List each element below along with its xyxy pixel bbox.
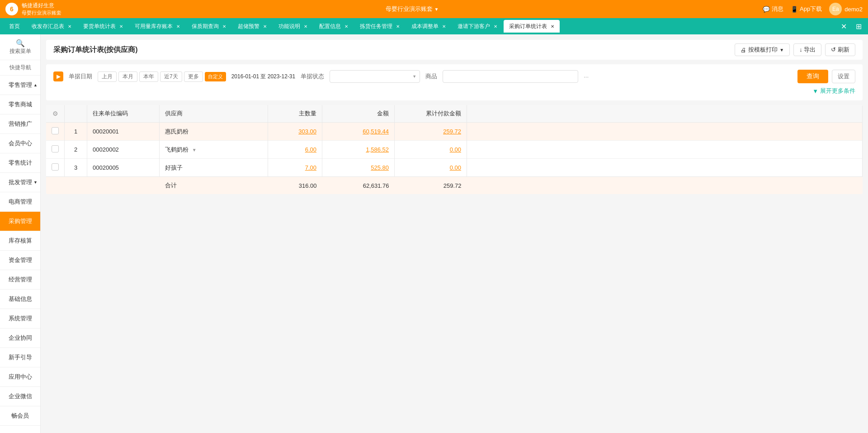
tab-home[interactable]: 首页 bbox=[4, 20, 25, 33]
close-tab-keyongliang[interactable]: ✕ bbox=[176, 24, 180, 29]
sidebar-item-member[interactable]: 会员中心 bbox=[0, 134, 40, 153]
close-tab-peizhi[interactable]: ✕ bbox=[344, 24, 348, 29]
sidebar-item-wechat[interactable]: 企业微信 bbox=[0, 387, 40, 406]
nav-tabs: 首页 收发存汇总表 ✕ 要货单统计表 ✕ 可用量库存账本 ✕ 保质期查询 ✕ 超… bbox=[0, 18, 868, 34]
top-bar: 6 畅捷通好生意 母婴行业演示账套 母婴行业演示账套 ▼ 💬 消息 📱 App下… bbox=[0, 0, 868, 18]
close-tab-caigou[interactable]: ✕ bbox=[551, 24, 554, 29]
print-dropdown-icon: ▼ bbox=[779, 48, 784, 52]
sidebar-item-basic[interactable]: 基础信息 bbox=[0, 290, 40, 309]
goods-more-btn[interactable]: ··· bbox=[584, 73, 589, 80]
date-btn-this-month[interactable]: 本月 bbox=[118, 71, 137, 82]
sidebar-item-retail[interactable]: 零售管理 bbox=[0, 76, 40, 95]
tab-keyongliang[interactable]: 可用量库存账本 ✕ bbox=[129, 20, 185, 33]
tab-gongneng[interactable]: 功能说明 ✕ bbox=[273, 20, 313, 33]
footer-no bbox=[65, 177, 87, 195]
expand-filter-btn[interactable]: ▼ 展开更多条件 bbox=[812, 87, 855, 95]
tab-chaochuyujin[interactable]: 超储预警 ✕ bbox=[232, 20, 272, 33]
col-header-qty[interactable]: 主数量 bbox=[268, 105, 322, 123]
sidebar-item-purchase[interactable]: 采购管理 bbox=[0, 212, 40, 231]
sidebar-item-ecommerce[interactable]: 电商管理 bbox=[0, 192, 40, 212]
goods-input[interactable] bbox=[443, 70, 578, 83]
checkbox-row2[interactable] bbox=[52, 145, 59, 152]
tab-caigou-active[interactable]: 采购订单统计表 ✕ bbox=[504, 20, 560, 33]
row2-check bbox=[46, 141, 65, 159]
date-btn-more[interactable]: 更多 bbox=[184, 71, 203, 82]
top-bar-right: 💬 消息 📱 App下载 Ea demo2 bbox=[763, 3, 863, 15]
row2-qty: 6.00 bbox=[268, 141, 322, 159]
close-tab-yaoqing[interactable]: ✕ bbox=[494, 24, 497, 29]
close-tab-gongneng[interactable]: ✕ bbox=[304, 24, 307, 29]
filter-toggle-btn[interactable]: ▶ bbox=[53, 71, 63, 81]
row2-qty-link[interactable]: 6.00 bbox=[305, 146, 316, 153]
close-tab-tuhuo[interactable]: ✕ bbox=[396, 24, 400, 29]
table-row: 2 00020002 飞鹤奶粉 ▼ 6.00 1,586.52 bbox=[46, 141, 863, 159]
message-btn[interactable]: 💬 消息 bbox=[763, 5, 783, 13]
close-all-tabs-btn[interactable]: ✕ bbox=[838, 21, 849, 32]
refresh-button[interactable]: ↺ 刷新 bbox=[825, 43, 855, 56]
sidebar-item-inventory[interactable]: 库存核算 bbox=[0, 231, 40, 251]
date-btn-custom[interactable]: 自定义 bbox=[205, 72, 226, 81]
print-button[interactable]: 🖨 按模板打印 ▼ bbox=[735, 43, 790, 56]
row2-amount-link[interactable]: 1,586.52 bbox=[366, 146, 389, 153]
col-header-supplier[interactable]: 供应商 bbox=[160, 105, 268, 123]
tab-baoguan[interactable]: 保质期查询 ✕ bbox=[186, 20, 231, 33]
sidebar-item-operation[interactable]: 经营管理 bbox=[0, 270, 40, 290]
col-header-amount[interactable]: 金额 bbox=[322, 105, 395, 123]
col-header-code[interactable]: 往来单位编码 bbox=[87, 105, 160, 123]
close-tab-baoguan[interactable]: ✕ bbox=[222, 24, 226, 29]
sidebar-item-enterprise[interactable]: 企业协同 bbox=[0, 328, 40, 348]
checkbox-row3[interactable] bbox=[52, 163, 59, 171]
sidebar-item-retail-stat[interactable]: 零售统计 bbox=[0, 153, 40, 173]
date-btn-last-month[interactable]: 上月 bbox=[98, 71, 117, 82]
row3-qty: 7.00 bbox=[268, 159, 322, 177]
close-tab-shoufazhui[interactable]: ✕ bbox=[68, 24, 71, 29]
close-tab-chenbentiaoz[interactable]: ✕ bbox=[442, 24, 446, 29]
page-actions: 🖨 按模板打印 ▼ ↓ 导出 ↺ 刷新 bbox=[735, 43, 855, 56]
table-footer-row: 合计 316.00 62,631.76 259.72 bbox=[46, 177, 863, 195]
row2-paid-link[interactable]: 0.00 bbox=[450, 146, 461, 153]
row3-qty-link[interactable]: 7.00 bbox=[305, 164, 316, 171]
sidebar-item-retail-shop[interactable]: 零售商城 bbox=[0, 95, 40, 114]
export-button[interactable]: ↓ 导出 bbox=[793, 43, 821, 56]
sidebar-item-vip[interactable]: 畅会员 bbox=[0, 406, 40, 426]
checkbox-row1[interactable] bbox=[52, 127, 59, 134]
sidebar-item-batch[interactable]: 批发管理 bbox=[0, 173, 40, 192]
row3-paid-link[interactable]: 0.00 bbox=[450, 164, 461, 171]
tab-yaohuodanjitong[interactable]: 要货单统计表 ✕ bbox=[78, 20, 128, 33]
close-tab-chaochuyujin[interactable]: ✕ bbox=[263, 24, 267, 29]
footer-amount: 62,631.76 bbox=[322, 177, 395, 195]
date-btn-7days[interactable]: 近7天 bbox=[160, 71, 182, 82]
row3-amount-link[interactable]: 525.80 bbox=[371, 164, 389, 171]
tab-peizhi[interactable]: 配置信息 ✕ bbox=[314, 20, 354, 33]
sidebar-search[interactable]: 🔍 搜索菜单 bbox=[0, 34, 40, 60]
sidebar-item-appcenter[interactable]: 应用中心 bbox=[0, 367, 40, 387]
row1-qty-link[interactable]: 303.00 bbox=[298, 128, 316, 135]
row2-extra bbox=[467, 141, 863, 159]
tab-chenbentiaoz[interactable]: 成本调整单 ✕ bbox=[406, 20, 451, 33]
expand-tabs-btn[interactable]: ⊞ bbox=[853, 21, 864, 32]
row2-dropdown-icon[interactable]: ▼ bbox=[192, 148, 197, 152]
row1-amount-link[interactable]: 60,519.44 bbox=[363, 128, 389, 135]
column-settings-icon[interactable]: ⚙ bbox=[52, 110, 58, 117]
row1-amount: 60,519.44 bbox=[322, 123, 395, 141]
sidebar-item-system[interactable]: 系统管理 bbox=[0, 309, 40, 328]
status-select[interactable] bbox=[330, 70, 420, 83]
sidebar-quick-nav[interactable]: 快捷导航 bbox=[0, 60, 40, 76]
user-info[interactable]: Ea demo2 bbox=[829, 3, 863, 15]
query-button[interactable]: 查询 bbox=[797, 70, 828, 83]
tab-yaoqing[interactable]: 邀请下游客户 ✕ bbox=[452, 20, 503, 33]
row2-supplier: 飞鹤奶粉 ▼ bbox=[160, 141, 268, 159]
app-download-btn[interactable]: 📱 App下载 bbox=[791, 5, 822, 13]
tab-tuhuo[interactable]: 拣货任务管理 ✕ bbox=[354, 20, 405, 33]
col-header-paid[interactable]: 累计付款金额 bbox=[395, 105, 467, 123]
filter-settings-button[interactable]: 设置 bbox=[832, 70, 855, 83]
tab-shoufazhui[interactable]: 收发存汇总表 ✕ bbox=[26, 20, 77, 33]
sidebar: 🔍 搜索菜单 快捷导航 零售管理 零售商城 营销推广 会员中心 零售统计 批发管… bbox=[0, 34, 41, 433]
row1-paid-link[interactable]: 259.72 bbox=[443, 128, 461, 135]
sidebar-item-marketing[interactable]: 营销推广 bbox=[0, 114, 40, 134]
query-actions: 查询 设置 bbox=[797, 70, 855, 83]
sidebar-item-newguide[interactable]: 新手引导 bbox=[0, 348, 40, 367]
close-tab-yaohuodanjitong[interactable]: ✕ bbox=[119, 24, 123, 29]
date-btn-this-year[interactable]: 本年 bbox=[139, 71, 158, 82]
sidebar-item-finance[interactable]: 资金管理 bbox=[0, 251, 40, 270]
